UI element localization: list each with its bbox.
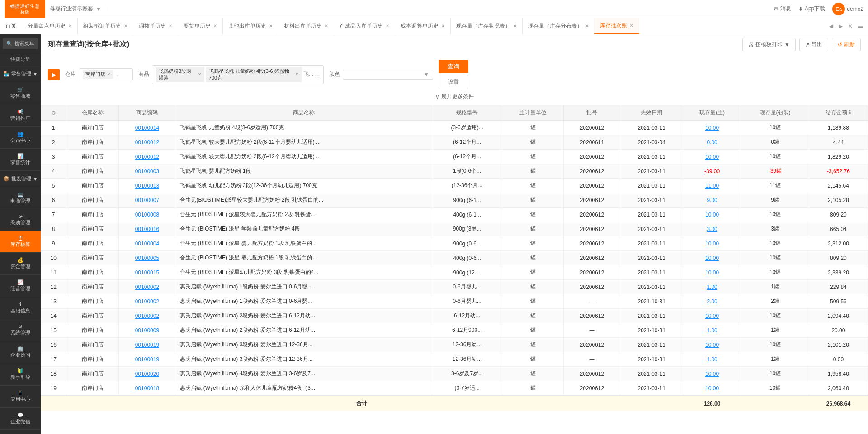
tab-cost-adjust[interactable]: 成本调整单历史 ✕ <box>395 18 451 34</box>
tabs-close-btn[interactable]: ✕ <box>846 22 854 30</box>
tab-stock-status[interactable]: 现存量（库存状况表） ✕ <box>451 18 523 34</box>
code-link[interactable]: 00100009 <box>135 327 159 334</box>
code-link[interactable]: 00100012 <box>135 154 159 160</box>
tab-adjust[interactable]: 调拨单历史 ✕ <box>133 18 178 34</box>
stock-link[interactable]: 10.00 <box>705 313 719 319</box>
close-icon[interactable]: ✕ <box>630 23 633 28</box>
sidebar-item-retail-shop[interactable]: 🛒 零售商城 <box>0 82 41 104</box>
close-icon[interactable]: ✕ <box>68 24 72 28</box>
close-icon[interactable]: ✕ <box>124 24 127 28</box>
col-settings[interactable]: ⚙ <box>41 105 66 121</box>
tab-split-inventory[interactable]: 分量盘点单历史 ✕ <box>22 18 78 34</box>
stock-link[interactable]: -39.00 <box>704 168 720 175</box>
close-icon[interactable]: ✕ <box>169 24 172 28</box>
code-link[interactable]: 00100020 <box>135 371 159 377</box>
code-link[interactable]: 00100018 <box>135 385 159 392</box>
search-menu-btn[interactable]: 🔍 搜索菜单 <box>3 38 38 49</box>
tabs-next-btn[interactable]: ▶ <box>837 22 844 30</box>
product-tag-group[interactable]: 飞鹤奶粉3段两罐装 ✕ 飞鹤星飞帆 儿童奶粉 4段(3-6岁适用) 700克 ✕… <box>152 65 324 84</box>
tab-stock-dist[interactable]: 现存量（库存分布表） ✕ <box>523 18 594 34</box>
stock-link[interactable]: 0.00 <box>707 139 717 146</box>
code-link[interactable]: 00100004 <box>135 241 159 247</box>
user-menu[interactable]: Ea demo2 <box>832 3 863 15</box>
product-more[interactable]: 飞... <box>303 71 313 78</box>
export-btn[interactable]: ↗ 导出 <box>799 38 828 51</box>
stock-link[interactable]: 1.00 <box>707 356 717 363</box>
close-icon[interactable]: ✕ <box>325 24 328 28</box>
code-link[interactable]: 00100019 <box>135 342 159 348</box>
warehouse-more[interactable]: ... <box>115 71 120 78</box>
stock-link[interactable]: 10.00 <box>705 154 719 160</box>
tabs-prev-btn[interactable]: ◀ <box>827 22 835 30</box>
stock-link[interactable]: 10.00 <box>705 125 719 131</box>
sidebar-item-inventory[interactable]: 🗄 库存核算 <box>0 231 41 253</box>
stock-link[interactable]: 10.00 <box>705 255 719 261</box>
stock-link[interactable]: 10.00 <box>705 371 719 377</box>
code-link[interactable]: 00100002 <box>135 284 159 290</box>
industry-selector[interactable]: 母婴行业演示账套 ▼ <box>45 5 106 13</box>
tab-batch-account[interactable]: 库存批次账 ✕ <box>594 18 639 34</box>
tabs-menu-btn[interactable]: ▬ <box>856 22 865 30</box>
stock-link[interactable]: 11.00 <box>705 183 719 189</box>
stock-link[interactable]: 2.00 <box>707 298 717 305</box>
close-icon[interactable]: ✕ <box>585 24 589 28</box>
sidebar-item-retail-stats[interactable]: 📊 零售统计 <box>0 149 41 171</box>
code-link[interactable]: 00100002 <box>135 313 159 319</box>
message-btn[interactable]: ✉ 消息 <box>774 5 791 13</box>
expand-more-conditions[interactable]: ∨ 展开更多条件 <box>48 93 861 100</box>
stock-link[interactable]: 10.00 <box>705 212 719 218</box>
stock-link[interactable]: 3.00 <box>707 226 717 232</box>
sidebar-item-finance[interactable]: 💰 资金管理 <box>0 253 41 275</box>
filter-expand-btn[interactable]: ▶ <box>48 69 60 80</box>
sidebar-item-purchase[interactable]: 🛍 采购管理 <box>0 209 41 231</box>
stock-link[interactable]: 10.00 <box>705 269 719 276</box>
code-link[interactable]: 00100007 <box>135 197 159 203</box>
code-link[interactable]: 00100005 <box>135 255 159 261</box>
sidebar-item-ecommerce[interactable]: 💻 电商管理 <box>0 187 41 209</box>
close-icon[interactable]: ✕ <box>441 24 445 28</box>
color-tag-group[interactable]: ▼ <box>343 70 433 80</box>
sidebar-item-retail-mgmt[interactable]: 🏪 零售管理 ▼ <box>0 66 41 82</box>
sidebar-item-basic-info[interactable]: ℹ 基础信息 <box>0 297 41 319</box>
close-icon[interactable]: ✕ <box>513 24 517 28</box>
stock-link[interactable]: 10.00 <box>705 342 719 348</box>
close-icon[interactable]: ✕ <box>213 24 217 28</box>
stock-link[interactable]: 1.00 <box>707 327 717 334</box>
sidebar-item-member-center[interactable]: 👥 会员中心 <box>0 127 41 149</box>
code-link[interactable]: 00100016 <box>135 226 159 232</box>
sidebar-item-enterprise-wx[interactable]: 💬 企业微信 <box>0 408 41 430</box>
product-tag-1-close[interactable]: ✕ <box>198 71 202 77</box>
warehouse-tag-close[interactable]: ✕ <box>107 71 111 77</box>
stock-link[interactable]: 9.00 <box>707 197 717 203</box>
tab-material-out[interactable]: 材料出库单历史 ✕ <box>278 18 334 34</box>
product-tag-2-close[interactable]: ✕ <box>295 71 299 77</box>
tab-disassembly[interactable]: 组装拆卸单历史 ✕ <box>78 18 133 34</box>
tab-other-out[interactable]: 其他出库单历史 ✕ <box>223 18 278 34</box>
stock-link[interactable]: 10.00 <box>705 385 719 392</box>
code-link[interactable]: 00100013 <box>135 183 159 189</box>
query-btn[interactable]: 查询 <box>439 60 468 73</box>
app-download-btn[interactable]: ⬇ App下载 <box>798 5 825 13</box>
code-link[interactable]: 00100012 <box>135 139 159 146</box>
sidebar-item-member[interactable]: ⭐ 畅会员 <box>0 430 41 434</box>
code-link[interactable]: 00100015 <box>135 269 159 276</box>
sidebar-item-system[interactable]: ⚙ 系统管理 <box>0 319 41 341</box>
tab-home[interactable]: 首页 <box>0 18 22 34</box>
code-link[interactable]: 00100002 <box>135 298 159 305</box>
warehouse-tag-group[interactable]: 南岸门店 ✕ ... <box>79 68 133 80</box>
sidebar-item-wholesale[interactable]: 📦 批发管理 ▼ <box>0 171 41 187</box>
tab-product-in[interactable]: 产成品入库单历史 ✕ <box>334 18 395 34</box>
close-icon[interactable]: ✕ <box>386 24 389 28</box>
refresh-btn[interactable]: ↺ 刷新 <box>832 38 861 51</box>
code-link[interactable]: 00100008 <box>135 212 159 218</box>
settings-icon[interactable]: ⚙ <box>51 110 56 116</box>
tab-requisition[interactable]: 要货单历史 ✕ <box>178 18 223 34</box>
product-more-dots[interactable]: ... <box>315 71 320 78</box>
sidebar-item-app-center[interactable]: 📱 应用中心 <box>0 386 41 408</box>
stock-link[interactable]: 1.00 <box>707 284 717 290</box>
setting-btn[interactable]: 设置 <box>439 75 468 89</box>
sidebar-item-operations[interactable]: 📈 经营管理 <box>0 275 41 297</box>
sidebar-item-marketing[interactable]: 📢 营销推广 <box>0 104 41 127</box>
stock-link[interactable]: 10.00 <box>705 241 719 247</box>
code-link[interactable]: 00100019 <box>135 356 159 363</box>
